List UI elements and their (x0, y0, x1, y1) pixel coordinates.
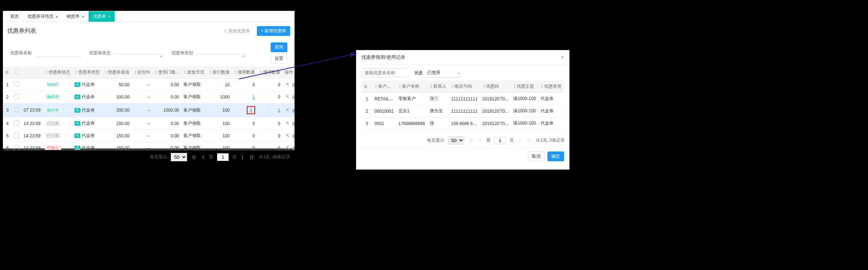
qr-icon[interactable]: ▦ (292, 108, 295, 113)
sort-icon[interactable]: ▲▼ (45, 70, 48, 75)
column-header[interactable]: ▲▼优惠券类型 (72, 66, 102, 79)
column-header[interactable] (21, 66, 43, 79)
share-icon[interactable]: ⇱ (286, 133, 290, 138)
sort-icon[interactable]: ▲▼ (259, 70, 262, 75)
sort-icon[interactable]: ▲▼ (154, 70, 157, 75)
column-header[interactable]: ▲▼使用门槛... (152, 66, 181, 79)
sort-icon[interactable]: ▲▼ (374, 84, 377, 89)
gear-icon[interactable]: ⚙ (5, 70, 9, 75)
table-row[interactable]: 5 14 23:59 已过期 代代金券 150.00 -- 0.00 客户领取 … (3, 130, 295, 142)
distribute-coupon-button[interactable]: ⇪ 发放优惠券 (220, 26, 254, 36)
column-header[interactable]: ▲▼折扣% (132, 66, 152, 79)
column-header[interactable]: ⚙ (361, 80, 372, 93)
row-checkbox[interactable] (14, 133, 19, 138)
column-header[interactable]: ▲▼优惠券面值 (102, 66, 132, 79)
confirm-button[interactable]: 确定 (547, 151, 564, 161)
table-row[interactable]: 1RETAIL...零散客户张三111111111112019120'70...… (361, 93, 564, 105)
sort-icon[interactable]: ▲▼ (104, 70, 107, 75)
close-icon[interactable]: × (561, 54, 564, 61)
column-header[interactable]: ▲▼联系人 (428, 80, 449, 93)
sort-icon[interactable]: ▲▼ (75, 70, 77, 75)
column-header[interactable]: ▲▼客户名称 (396, 80, 428, 93)
close-icon[interactable]: × (82, 14, 84, 19)
sort-icon[interactable]: ▲▼ (541, 84, 543, 89)
row-checkbox[interactable] (14, 94, 19, 99)
close-icon[interactable]: × (56, 14, 58, 19)
page-number-input[interactable] (217, 153, 229, 161)
share-icon[interactable]: ⇱ (286, 82, 290, 87)
tab-销货单[interactable]: 销货单× (62, 11, 88, 22)
column-header[interactable]: ▲▼优惠券类 (538, 80, 564, 93)
qr-icon[interactable]: ▦ (292, 133, 295, 138)
table-row[interactable]: 2 执行中 代代金券 100.00 -- 0.00 客户领取 1000 1 0 … (3, 91, 295, 103)
next-page-button[interactable]: ⟩ (240, 155, 245, 160)
sort-icon[interactable]: ▲▼ (209, 70, 212, 75)
last-page-button[interactable]: ⟩⟩ (526, 138, 532, 143)
column-header[interactable]: ▲▼电话号码 (449, 80, 480, 93)
tab-优惠券详情页[interactable]: 优惠券详情页× (23, 11, 62, 22)
search-input[interactable] (365, 70, 419, 75)
prev-page-button[interactable]: ⟨ (478, 138, 483, 143)
query-button[interactable]: 查询 (271, 42, 287, 52)
sort-icon[interactable]: ▲▼ (482, 84, 485, 89)
sort-icon[interactable]: ▲▼ (398, 84, 401, 89)
used-link[interactable]: 1 (278, 108, 280, 113)
received-link[interactable]: 3 (250, 108, 252, 113)
modal-status-select[interactable]: 已使用 ⌄ (426, 68, 462, 78)
tab-优惠券[interactable]: 优惠券× (89, 11, 115, 22)
table-row[interactable]: 1 待执行 代代金券 50.00 -- 0.00 客户领取 10 0 0 ⇱▦ (3, 79, 295, 91)
share-icon[interactable]: ⇱ (286, 121, 290, 126)
qr-icon[interactable]: ▦ (292, 121, 295, 126)
sort-icon[interactable]: ▲▼ (134, 70, 137, 75)
tab-首页[interactable]: 首页 (6, 11, 23, 22)
page-number-input[interactable] (494, 137, 506, 144)
prev-page-button[interactable]: ⟨ (201, 155, 206, 160)
cancel-button[interactable]: 取消 (528, 151, 545, 161)
first-page-button[interactable]: ⟨⟨ (468, 138, 474, 143)
table-row[interactable]: 4 14 23:59 已过期 代代金券 150.00 -- 0.00 客户领取 … (3, 117, 295, 130)
column-header[interactable]: ▲▼发行数量 (207, 66, 232, 79)
row-checkbox[interactable] (14, 120, 19, 125)
sort-icon[interactable]: ▲▼ (183, 70, 186, 75)
filter-status-select[interactable]: ⌄ (114, 51, 164, 55)
last-page-button[interactable]: ⟩⟩ (249, 155, 255, 160)
column-header[interactable]: ▲▼优惠主题 (511, 80, 538, 93)
close-icon[interactable]: × (108, 14, 110, 19)
qr-icon[interactable]: ▦ (292, 94, 295, 100)
column-header[interactable]: ▲▼优惠券状态 (43, 66, 72, 79)
row-checkbox[interactable] (14, 107, 19, 112)
filter-type-select[interactable]: ⌄ (196, 51, 247, 55)
sort-icon[interactable]: ▲▼ (430, 84, 433, 89)
sort-icon[interactable]: ▲▼ (234, 70, 237, 75)
add-coupon-button[interactable]: + 新增优惠券 (257, 26, 290, 36)
column-header[interactable]: ▲▼使用数量 (257, 66, 283, 79)
share-icon[interactable]: ⇱ (286, 108, 290, 113)
per-page-select[interactable]: 50 (171, 153, 187, 161)
gear-icon[interactable]: ⚙ (364, 84, 368, 89)
modal-table-wrap[interactable]: ⚙▲▼客户...▲▼客户名称▲▼联系人▲▼电话号码▲▼优惠码▲▼优惠主题▲▼优惠… (361, 80, 564, 130)
column-header[interactable]: ▲▼领用数量 (232, 66, 257, 79)
per-page-select[interactable]: 50 (448, 136, 464, 145)
table-row[interactable]: 3000117666666666张156 6666 6...2019120'70… (361, 117, 564, 130)
table-row[interactable]: 3 07 23:59 执行中 代代金券 200.00 -- 1000.00 客户… (3, 103, 295, 117)
share-icon[interactable]: ⇱ (286, 145, 290, 150)
qr-icon[interactable]: ▦ (292, 82, 295, 87)
sort-icon[interactable]: ▲▼ (451, 84, 454, 89)
column-header[interactable]: ▲▼客户... (372, 80, 396, 93)
sort-icon[interactable]: ▲▼ (513, 84, 516, 89)
column-header[interactable]: ▲▼优惠码 (480, 80, 511, 93)
table-row[interactable]: 6 14 23:59 已终止 代代金券 150.00 -- 0.00 客户领取 … (3, 142, 295, 150)
column-header[interactable]: 操作 (283, 66, 295, 79)
search-box[interactable]: ⚲ (361, 68, 408, 77)
column-header[interactable]: ⚙ (3, 66, 12, 79)
row-checkbox[interactable] (14, 82, 19, 87)
row-checkbox[interactable] (14, 145, 19, 150)
share-icon[interactable]: ⇱ (286, 94, 290, 100)
first-page-button[interactable]: ⟨⟨ (191, 155, 197, 160)
column-header[interactable]: ▲▼发放方式 (181, 66, 207, 79)
table-wrap[interactable]: ⚙▲▼优惠券状态▲▼优惠券类型▲▼优惠券面值▲▼折扣%▲▼使用门槛...▲▼发放… (3, 66, 295, 150)
column-header[interactable] (12, 66, 21, 79)
received-link[interactable]: 1 (253, 95, 255, 100)
settings-button[interactable]: 设置 (271, 54, 287, 63)
table-row[interactable]: 200010001北京1唐先生111111111112019120'70...满… (361, 105, 564, 117)
